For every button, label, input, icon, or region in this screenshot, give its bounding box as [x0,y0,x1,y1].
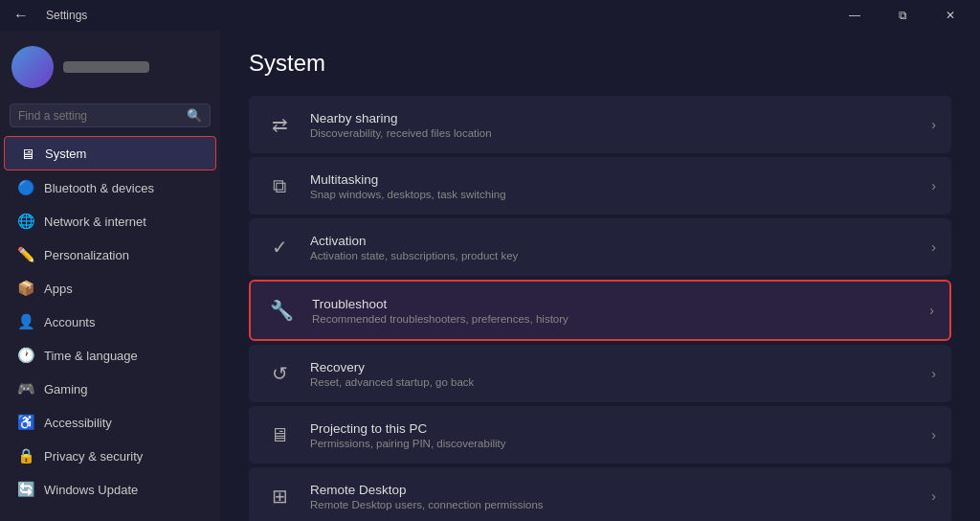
titlebar-title: Settings [46,9,87,22]
nearby-sharing-text: Nearby sharing Discoverability, received… [310,111,916,139]
sidebar-item-accounts[interactable]: 👤 Accounts [4,306,216,338]
personalization-icon: ✏️ [17,246,34,263]
search-box[interactable]: 🔍 [10,103,211,127]
avatar [11,46,54,88]
settings-item-activation[interactable]: ✓ Activation Activation state, subscript… [249,218,951,276]
sidebar-item-label: Windows Update [44,483,203,497]
search-input[interactable] [18,109,181,123]
bluetooth-icon: 🔵 [17,179,34,196]
projecting-desc: Permissions, pairing PIN, discoverabilit… [310,438,916,449]
sidebar-item-apps[interactable]: 📦 Apps [4,272,216,305]
sidebar-item-label: Personalization [44,248,203,262]
sidebar: 🔍 🖥 System 🔵 Bluetooth & devices 🌐 Netwo… [0,31,220,521]
multitasking-icon: ⧉ [264,170,295,201]
settings-item-multitasking[interactable]: ⧉ Multitasking Snap windows, desktops, t… [249,157,951,215]
multitasking-text: Multitasking Snap windows, desktops, tas… [310,172,916,200]
sidebar-item-gaming[interactable]: 🎮 Gaming [4,373,216,405]
search-icon: 🔍 [187,108,202,123]
settings-item-troubleshoot[interactable]: 🔧 Troubleshoot Recommended troubleshoote… [249,280,951,341]
gaming-icon: 🎮 [17,380,34,397]
recovery-desc: Reset, advanced startup, go back [310,376,916,388]
settings-item-recovery[interactable]: ↺ Recovery Reset, advanced startup, go b… [249,345,951,402]
nearby-sharing-title: Nearby sharing [310,111,916,125]
settings-list: ⇄ Nearby sharing Discoverability, receiv… [249,96,951,521]
time-icon: 🕐 [17,347,34,364]
nav-list: 🖥 System 🔵 Bluetooth & devices 🌐 Network… [0,135,220,507]
activation-title: Activation [310,234,916,248]
titlebar: ← Settings — ⧉ ✕ [0,0,980,31]
remote-desktop-text: Remote Desktop Remote Desktop users, con… [310,483,916,510]
sidebar-item-label: System [45,147,202,161]
close-button[interactable]: ✕ [928,0,972,31]
sidebar-item-label: Accessibility [44,416,203,430]
nearby-sharing-icon: ⇄ [264,109,295,140]
settings-item-remote-desktop[interactable]: ⊞ Remote Desktop Remote Desktop users, c… [249,467,951,521]
chevron-icon: › [929,303,934,318]
back-button[interactable]: ← [8,2,34,29]
maximize-button[interactable]: ⧉ [880,0,924,31]
apps-icon: 📦 [17,280,34,297]
user-section [0,31,220,100]
recovery-text: Recovery Reset, advanced startup, go bac… [310,360,916,388]
recovery-icon: ↺ [264,358,295,389]
sidebar-item-personalization[interactable]: ✏️ Personalization [4,238,216,271]
settings-item-projecting[interactable]: 🖥 Projecting to this PC Permissions, pai… [249,406,951,464]
sidebar-item-windows-update[interactable]: 🔄 Windows Update [4,473,216,506]
activation-icon: ✓ [264,232,295,262]
troubleshoot-text: Troubleshoot Recommended troubleshooters… [312,297,914,325]
sidebar-item-label: Time & language [44,349,203,363]
network-icon: 🌐 [17,213,34,230]
chevron-icon: › [931,488,936,504]
user-info [63,61,149,73]
chevron-icon: › [931,117,936,132]
titlebar-controls: — ⧉ ✕ [833,0,972,31]
sidebar-item-bluetooth[interactable]: 🔵 Bluetooth & devices [4,171,216,204]
remote-desktop-title: Remote Desktop [310,483,916,497]
multitasking-desc: Snap windows, desktops, task switching [310,189,916,200]
sidebar-item-label: Gaming [44,382,203,396]
accounts-icon: 👤 [17,313,34,330]
sidebar-item-privacy[interactable]: 🔒 Privacy & security [4,440,216,472]
remote-desktop-desc: Remote Desktop users, connection permiss… [310,499,916,510]
nearby-sharing-desc: Discoverability, received files location [310,127,916,139]
accessibility-icon: ♿ [17,414,34,431]
recovery-title: Recovery [310,360,916,374]
windows-update-icon: 🔄 [17,481,34,498]
sidebar-item-label: Bluetooth & devices [44,181,203,195]
multitasking-title: Multitasking [310,172,916,187]
settings-item-nearby-sharing[interactable]: ⇄ Nearby sharing Discoverability, receiv… [249,96,951,153]
system-icon: 🖥 [18,145,35,162]
activation-text: Activation Activation state, subscriptio… [310,234,916,261]
projecting-text: Projecting to this PC Permissions, pairi… [310,421,916,449]
remote-desktop-icon: ⊞ [264,481,295,511]
projecting-title: Projecting to this PC [310,421,916,436]
minimize-button[interactable]: — [833,0,877,31]
sidebar-item-label: Apps [44,282,203,296]
sidebar-item-network[interactable]: 🌐 Network & internet [4,205,216,238]
chevron-icon: › [931,178,936,193]
troubleshoot-title: Troubleshoot [312,297,914,311]
troubleshoot-icon: 🔧 [266,295,297,326]
sidebar-item-label: Network & internet [44,215,203,229]
page-title: System [249,50,951,77]
chevron-icon: › [931,239,936,255]
sidebar-item-label: Accounts [44,315,203,329]
sidebar-item-accessibility[interactable]: ♿ Accessibility [4,406,216,439]
sidebar-item-system[interactable]: 🖥 System [4,136,216,170]
content-area: System ⇄ Nearby sharing Discoverability,… [220,31,980,521]
titlebar-left: ← Settings [8,2,87,29]
chevron-icon: › [931,366,936,381]
privacy-icon: 🔒 [17,447,34,464]
projecting-icon: 🖥 [264,419,295,450]
chevron-icon: › [931,427,936,442]
main-layout: 🔍 🖥 System 🔵 Bluetooth & devices 🌐 Netwo… [0,31,980,521]
troubleshoot-desc: Recommended troubleshooters, preferences… [312,313,914,325]
activation-desc: Activation state, subscriptions, product… [310,250,916,261]
sidebar-item-time[interactable]: 🕐 Time & language [4,339,216,372]
sidebar-item-label: Privacy & security [44,449,203,464]
